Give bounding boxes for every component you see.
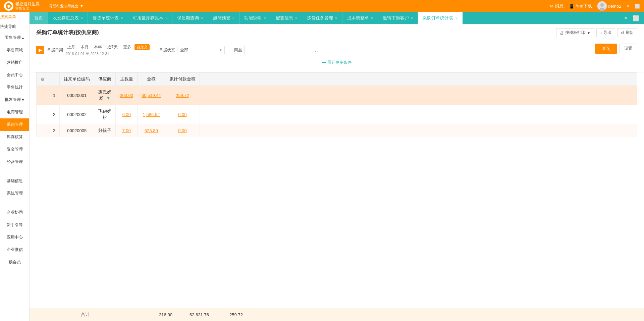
tab-receive-summary-label: 收发存汇总表 xyxy=(53,15,79,21)
close-window-btn[interactable]: × xyxy=(627,4,629,9)
row2-extra xyxy=(200,105,637,124)
query-btn[interactable]: 查询 xyxy=(595,44,617,54)
filter-date-shortcuts: 上月 本月 本年 近7天 更多 自定义 xyxy=(65,44,150,51)
sidebar-quick-nav[interactable]: 快捷导航 xyxy=(0,22,29,32)
sidebar-item-member-center[interactable]: 会员中心 xyxy=(0,69,29,81)
filter-status-select[interactable]: 全部 待审核 已审核 已完成 xyxy=(177,46,224,54)
refresh-label: 刷新 xyxy=(626,30,634,36)
message-btn[interactable]: ✉ 消息 xyxy=(550,3,564,9)
row3-paid-amount[interactable]: 0.00 xyxy=(165,124,200,137)
tab-shelf-life-close[interactable]: × xyxy=(201,16,203,20)
tab-overstock-close[interactable]: × xyxy=(232,16,234,20)
sidebar-divider-2 xyxy=(0,200,29,206)
row2-seq: 2 xyxy=(49,105,60,124)
sidebar-search-btn[interactable]: 搜索菜单 xyxy=(0,12,29,22)
tab-function-desc[interactable]: 功能说明 × xyxy=(239,12,271,24)
sidebar-label-wholesale: 批发管理 xyxy=(5,97,21,103)
sidebar-item-retail-stats[interactable]: 零售统计 xyxy=(0,81,29,94)
refresh-btn[interactable]: ↺ 刷新 xyxy=(617,28,637,37)
row3-main-qty[interactable]: 7.00 xyxy=(116,124,138,137)
tab-cost-adjust-close[interactable]: × xyxy=(371,16,373,20)
print-btn[interactable]: 🖨 按模板打印 ▼ xyxy=(556,28,594,37)
sidebar-item-ecommerce[interactable]: 电商管理 xyxy=(0,106,29,118)
sidebar-item-new-guide[interactable]: 新手引导 xyxy=(0,219,29,231)
tab-receive-summary-close[interactable]: × xyxy=(81,16,83,20)
tab-home[interactable]: 首页 xyxy=(30,12,48,24)
sidebar-item-member[interactable]: 畅会员 xyxy=(0,256,29,268)
row1-expand-icon[interactable]: ▼ xyxy=(106,96,111,101)
filter-goods-input[interactable] xyxy=(244,46,311,54)
tab-restore-icon: ⬜ xyxy=(633,15,639,21)
sidebar-item-retail-mall[interactable]: 零售商城 xyxy=(0,44,29,56)
tab-shelf-life[interactable]: 保质期查询 × xyxy=(172,12,208,24)
close-window-icon: × xyxy=(627,4,629,9)
filter-status-select-wrapper: 全部 待审核 已审核 已完成 ▼ xyxy=(177,46,225,54)
tab-config-info[interactable]: 配置信息 × xyxy=(271,12,302,24)
sidebar-item-marketing[interactable]: 营销推广 xyxy=(0,56,29,69)
filter-toggle-btn[interactable]: ▶ xyxy=(36,46,44,54)
tab-picking-task-close[interactable]: × xyxy=(335,16,337,20)
export-btn[interactable]: ↓ 导出 xyxy=(596,28,615,37)
table-row: 2 00020002 飞鹤奶粉 6.00 1,586.52 0.00 xyxy=(37,105,637,124)
tab-receive-summary[interactable]: 收发存汇总表 × xyxy=(48,12,88,24)
tab-function-desc-close[interactable]: × xyxy=(264,16,266,20)
row1-main-qty[interactable]: 303.00 xyxy=(116,86,138,105)
date-shortcut-7days[interactable]: 近7天 xyxy=(105,44,120,51)
tab-usable-inventory-close[interactable]: × xyxy=(165,16,167,20)
tab-overstock[interactable]: 超储预警 × xyxy=(208,12,239,24)
sidebar-item-wholesale[interactable]: 批发管理 ▼ xyxy=(0,94,29,106)
tab-invite-downstream[interactable]: 邀请下游客户 × xyxy=(378,12,418,24)
avatar xyxy=(597,1,607,11)
row3-amount[interactable]: 525.80 xyxy=(138,124,165,137)
row2-main-qty[interactable]: 6.00 xyxy=(116,105,138,124)
date-shortcut-last-month[interactable]: 上月 xyxy=(65,44,77,51)
col-extra xyxy=(200,73,637,86)
sidebar-label-retail-management: 零售管理 xyxy=(5,35,21,41)
tab-purchase-summary[interactable]: 采购订单统计表 × xyxy=(418,12,462,24)
row2-paid-amount[interactable]: 0.00 xyxy=(165,105,200,124)
restore-window-btn[interactable]: ⬜ xyxy=(635,4,640,9)
date-custom-badge[interactable]: 自定义 xyxy=(135,44,150,50)
col-supplier-name: 供应商 xyxy=(94,73,116,86)
row3-seq: 3 xyxy=(49,124,60,137)
tab-close-all-btn[interactable]: × xyxy=(622,14,629,22)
tab-purchase-summary-close[interactable]: × xyxy=(455,16,457,20)
sidebar-item-app-center[interactable]: 应用中心 xyxy=(0,231,29,244)
tab-bar: 首页 收发存汇总表 × 要货单统计表 × 可用量库存账本 × 保质期查询 × xyxy=(30,12,644,24)
tab-home-label: 首页 xyxy=(34,15,43,21)
date-shortcut-this-month[interactable]: 本月 xyxy=(78,44,91,51)
tab-invite-downstream-close[interactable]: × xyxy=(411,16,413,20)
user-area[interactable]: demo2 xyxy=(597,1,622,11)
tab-usable-inventory[interactable]: 可用量库存账本 × xyxy=(128,12,172,24)
row1-paid-amount[interactable]: 259.72 xyxy=(165,86,200,105)
table-container: ⚙ 往来单位编码 供应商 主数量 金额 累计付款金额 xyxy=(30,72,644,144)
goods-more-icon[interactable]: … xyxy=(313,47,318,53)
col-amount: 金额 xyxy=(138,73,165,86)
workspace-selector[interactable]: 母婴行业演示账套 ▼ xyxy=(49,4,84,9)
sidebar-item-inventory-check[interactable]: 库存核算 xyxy=(0,131,29,143)
sidebar-item-system[interactable]: 系统管理 xyxy=(0,187,29,200)
tab-restore-btn[interactable]: ⬜ xyxy=(631,14,641,22)
sidebar-item-business[interactable]: 经营管理 xyxy=(0,156,29,168)
sidebar-item-enterprise-collab[interactable]: 企业协同 xyxy=(0,206,29,219)
sidebar-item-purchase[interactable]: 采购管理 xyxy=(0,118,29,131)
tab-cost-adjust[interactable]: 成本调整单 × xyxy=(342,12,378,24)
settings-btn[interactable]: 设置 xyxy=(619,44,637,53)
filter-status-label: 单据状态 xyxy=(159,47,175,53)
app-download-btn[interactable]: 📱 App下载 xyxy=(569,3,592,9)
expand-more-btn[interactable]: ▾▾ 展开更多条件 xyxy=(36,58,637,67)
date-shortcut-this-year[interactable]: 本年 xyxy=(92,44,104,51)
tab-order-summary-close[interactable]: × xyxy=(121,16,123,20)
tab-config-info-close[interactable]: × xyxy=(295,16,297,20)
row2-amount[interactable]: 1,586.52 xyxy=(138,105,165,124)
sidebar-item-enterprise-wechat[interactable]: 企业微信 xyxy=(0,244,29,256)
tab-picking-task[interactable]: 拣货任务管理 × xyxy=(302,12,342,24)
tab-order-summary[interactable]: 要货单统计表 × xyxy=(88,12,128,24)
svg-point-3 xyxy=(600,3,604,7)
gear-icon[interactable]: ⚙ xyxy=(41,77,45,82)
sidebar-item-finance[interactable]: 资金管理 xyxy=(0,143,29,156)
sidebar-item-basic-info[interactable]: 基础信息 xyxy=(0,175,29,187)
sidebar-item-retail-management[interactable]: 零售管理 ▲ xyxy=(0,32,29,44)
row1-amount[interactable]: 60,519.44 xyxy=(138,86,165,105)
date-shortcut-more[interactable]: 更多 xyxy=(121,44,133,51)
